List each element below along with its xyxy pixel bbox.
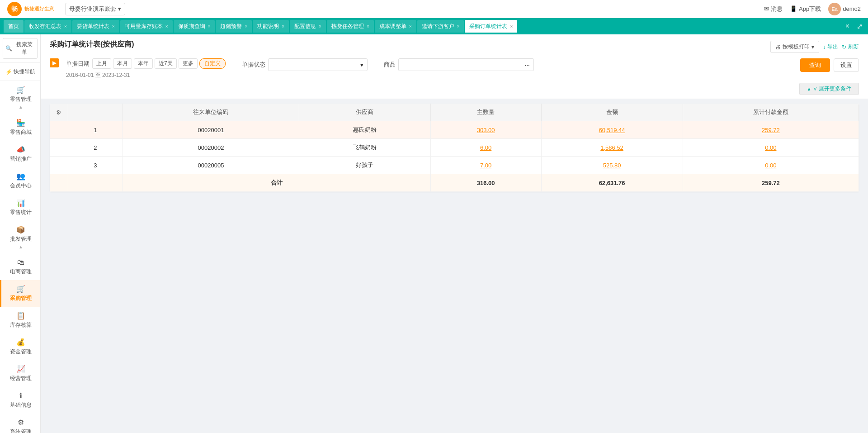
close-icon[interactable]: × bbox=[112, 24, 115, 29]
sidebar-item-jichu[interactable]: ℹ 基础信息 bbox=[0, 387, 40, 414]
sidebar-item-mall[interactable]: 🏪 零售商城 bbox=[0, 114, 40, 141]
date-btn-this-year[interactable]: 本年 bbox=[134, 58, 153, 69]
print-button[interactable]: 🖨 按模板打印 ▾ bbox=[770, 41, 819, 53]
close-icon[interactable]: × bbox=[367, 24, 369, 29]
close-icon[interactable]: × bbox=[319, 24, 321, 29]
sidebar-item-huiyuan[interactable]: 👥 会员中心 bbox=[0, 167, 40, 194]
date-btn-more[interactable]: 更多 bbox=[179, 58, 198, 69]
content-header: 采购订单统计表(按供应商) 🖨 按模板打印 ▾ ↓ 导出 ↻ 刷新 bbox=[41, 34, 868, 99]
nav-right-btns: × ⤢ bbox=[844, 21, 864, 32]
close-icon[interactable]: × bbox=[165, 24, 168, 29]
amount-link[interactable]: 1,586.52 bbox=[600, 144, 623, 151]
sidebar-item-lingshao[interactable]: 🛒 零售管理 ▲ bbox=[0, 81, 40, 114]
footer-settings-cell bbox=[50, 174, 68, 192]
close-icon[interactable]: × bbox=[282, 24, 284, 29]
date-btn-last-month[interactable]: 上月 bbox=[92, 58, 111, 69]
chart-icon: 📊 bbox=[16, 199, 25, 207]
main-layout: 🔍 搜索菜单 ⚡ 快捷导航 🛒 零售管理 ▲ 🏪 零售商城 📣 营销推广 👥 会… bbox=[0, 34, 868, 433]
footer-amount-cell: 62,631.76 bbox=[541, 174, 683, 192]
expand-more-button[interactable]: ∨ ∨ 展开更多条件 bbox=[799, 83, 859, 95]
tab-gongneng[interactable]: 功能说明 × bbox=[253, 20, 289, 33]
sidebar-item-lingshaostat[interactable]: 📊 零售统计 bbox=[0, 194, 40, 221]
paid-link[interactable]: 259.72 bbox=[762, 127, 780, 133]
settings-button[interactable]: 设置 bbox=[834, 58, 859, 72]
col-supplier-name: 供应商 bbox=[299, 104, 430, 121]
sidebar-item-jingying-label: 经营管理 bbox=[10, 375, 32, 382]
status-filter-select[interactable]: ▾ bbox=[268, 58, 368, 71]
date-btn-this-month[interactable]: 本月 bbox=[113, 58, 132, 69]
data-table: ⚙ 往来单位编码 供应商 主数量 金额 累计付款金额 1 00020001 bbox=[50, 104, 859, 192]
quantity-link[interactable]: 6.00 bbox=[480, 144, 491, 151]
ecommerce-icon: 🛍 bbox=[17, 258, 24, 266]
user-menu[interactable]: Ea demo2 bbox=[828, 3, 861, 15]
sidebar-item-yingxiao-label: 营销推广 bbox=[10, 155, 32, 163]
tab-baobao[interactable]: 保质期查询 × bbox=[174, 20, 215, 33]
quantity-link[interactable]: 303.00 bbox=[477, 127, 495, 133]
paid-link[interactable]: 0.00 bbox=[765, 144, 776, 151]
sidebar-item-yingxiao[interactable]: 📣 营销推广 bbox=[0, 141, 40, 167]
row-supplier-name-cell: 惠氏奶粉 bbox=[299, 121, 430, 139]
close-icon[interactable]: × bbox=[510, 24, 513, 29]
row-supplier-name-cell: 好孩子 bbox=[299, 157, 430, 174]
app-download-button[interactable]: 📱 App下载 bbox=[790, 5, 821, 13]
sidebar-item-kucun[interactable]: 📋 库存核算 bbox=[0, 307, 40, 333]
print-label: 按模板打印 bbox=[783, 43, 810, 51]
sidebar-item-zijin[interactable]: 💰 资金管理 bbox=[0, 333, 40, 360]
quick-nav-area: ⚡ 快捷导航 bbox=[0, 63, 40, 81]
goods-filter-input[interactable]: ··· bbox=[398, 58, 534, 71]
amount-link[interactable]: 60,519.44 bbox=[599, 127, 625, 133]
export-icon: ↓ bbox=[823, 44, 826, 50]
close-icon[interactable]: × bbox=[64, 24, 67, 29]
close-icon[interactable]: × bbox=[208, 24, 211, 29]
page-title: 采购订单统计表(按供应商) bbox=[50, 40, 134, 49]
sidebar-item-caigou[interactable]: 🛒 采购管理 bbox=[0, 280, 40, 307]
tab-home[interactable]: 首页 bbox=[4, 20, 24, 33]
tab-tuo[interactable]: 拣货任务管理 × bbox=[327, 20, 374, 33]
sidebar-item-pifa[interactable]: 📦 批发管理 ▲ bbox=[0, 221, 40, 254]
close-icon[interactable]: × bbox=[245, 24, 247, 29]
tab-gongneng-label: 功能说明 bbox=[257, 23, 279, 30]
maximize-button[interactable]: ⤢ bbox=[855, 21, 864, 32]
col-supplier-code: 往来单位编码 bbox=[123, 104, 299, 121]
query-button[interactable]: 查询 bbox=[800, 58, 830, 72]
tab-chaochu[interactable]: 超储预警 × bbox=[216, 20, 252, 33]
close-icon[interactable]: × bbox=[457, 24, 460, 29]
tab-tuo-label: 拣货任务管理 bbox=[331, 23, 364, 30]
sidebar-item-caigou-label: 采购管理 bbox=[10, 295, 32, 302]
table-footer-row: 合计 316.00 62,631.76 259.72 bbox=[50, 174, 859, 192]
content-area: 采购订单统计表(按供应商) 🖨 按模板打印 ▾ ↓ 导出 ↻ 刷新 bbox=[41, 34, 868, 433]
tab-kuyun[interactable]: 可用量库存账本 × bbox=[120, 20, 173, 33]
message-button[interactable]: ✉ 消息 bbox=[764, 5, 783, 13]
mall-icon: 🏪 bbox=[16, 119, 25, 127]
tab-yaoqing[interactable]: 邀请下游客户 × bbox=[417, 20, 464, 33]
amount-link[interactable]: 525.80 bbox=[603, 162, 621, 169]
quantity-link[interactable]: 7.00 bbox=[480, 162, 491, 169]
export-button[interactable]: ↓ 导出 bbox=[823, 43, 838, 51]
sidebar-item-jingying[interactable]: 📈 经营管理 bbox=[0, 360, 40, 387]
filter-expand-button[interactable]: ▶ bbox=[50, 58, 59, 67]
tab-peizhi[interactable]: 配置信息 × bbox=[290, 20, 326, 33]
workspace-selector[interactable]: 母婴行业演示账套 ▾ bbox=[65, 3, 125, 15]
tab-chengben[interactable]: 成本调整单 × bbox=[375, 20, 416, 33]
quick-nav-button[interactable]: ⚡ 快捷导航 bbox=[0, 66, 40, 78]
date-btn-custom[interactable]: 自定义 bbox=[199, 58, 226, 69]
tab-yaohuo[interactable]: 要货单统计表 × bbox=[72, 20, 119, 33]
paid-link[interactable]: 0.00 bbox=[765, 162, 776, 169]
footer-quantity-cell: 316.00 bbox=[430, 174, 541, 192]
sidebar-item-pifa-label: 批发管理 bbox=[10, 235, 32, 243]
sidebar-item-xitong[interactable]: ⚙ 系统管理 bbox=[0, 414, 40, 433]
status-chevron-icon: ▾ bbox=[360, 62, 363, 68]
close-all-button[interactable]: × bbox=[844, 21, 851, 31]
refresh-button[interactable]: ↻ 刷新 bbox=[842, 43, 859, 51]
close-icon[interactable]: × bbox=[409, 24, 412, 29]
search-menu-button[interactable]: 🔍 搜索菜单 bbox=[3, 38, 38, 59]
top-bar: 畅 畅捷通好生意 母婴行业演示账套 ▾ ✉ 消息 📱 App下载 Ea demo… bbox=[0, 0, 868, 18]
chevron-down-icon: ▾ bbox=[118, 5, 121, 12]
sidebar-item-dianshang[interactable]: 🛍 电商管理 bbox=[0, 254, 40, 280]
sidebar-item-lingshaostat-label: 零售统计 bbox=[10, 209, 32, 216]
tab-caigou[interactable]: 采购订单统计表 × bbox=[465, 20, 517, 33]
tab-shoufa[interactable]: 收发存汇总表 × bbox=[24, 20, 71, 33]
logo-area: 畅 畅捷通好生意 bbox=[7, 2, 54, 16]
tab-chengben-label: 成本调整单 bbox=[379, 23, 406, 30]
date-btn-7days[interactable]: 近7天 bbox=[155, 58, 177, 69]
